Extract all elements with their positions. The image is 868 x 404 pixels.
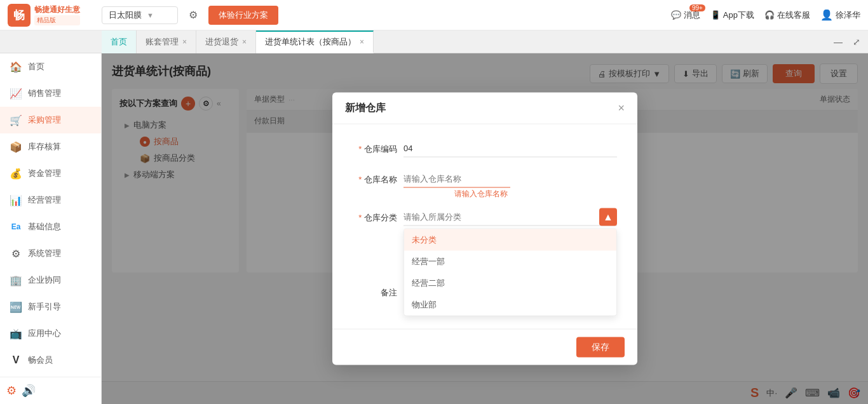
sidebar-item-purchase[interactable]: 🛒 采购管理 [0,107,101,133]
app-download-label: App下载 [723,10,754,21]
finance-icon: 💰 [10,168,22,179]
required-star2: * [358,175,364,184]
purchase-stats-tab-label: 进货单统计表（按商品） [265,36,356,48]
dialog-header: 新增仓库 × [332,93,637,125]
message-item[interactable]: 💬 消息 99+ [671,10,700,21]
username: 徐泽华 [836,10,860,21]
mobile-icon: 📱 [710,10,721,20]
message-badge: 99+ [689,4,705,11]
headset-icon: 🎧 [764,10,775,20]
sidebar-label-purchase: 采购管理 [28,114,61,126]
dropdown-item-unclassified[interactable]: 未分类 [404,229,616,251]
store-selector[interactable]: 日太阳膜 ▼ [102,6,178,24]
sidebar-item-finance[interactable]: 💰 资金管理 [0,160,101,187]
dialog-body: * 仓库编码 * 仓库名称 请输入仓库名称 [332,125,637,329]
warehouse-name-error-msg: 请输入仓库名称 [454,189,508,199]
accounts-tab-close-icon[interactable]: × [182,37,187,46]
sidebar-item-member[interactable]: V 畅会员 [0,347,101,374]
warehouse-code-input[interactable] [403,140,617,158]
sidebar-label-finance: 资金管理 [28,168,61,179]
warehouse-category-label: * 仓库分类 [353,208,403,224]
dropdown-item-ops1[interactable]: 经营一部 [404,251,616,273]
sidebar-label-member: 畅会员 [28,354,53,366]
new-warehouse-dialog: 新增仓库 × * 仓库编码 * 仓库名称 [332,93,637,365]
sidebar-item-system[interactable]: ⚙ 系统管理 [0,240,101,267]
trial-button[interactable]: 体验行业方案 [208,6,278,25]
logo-title: 畅捷通好生意 [34,4,80,15]
tab-home[interactable]: 首页 [102,30,137,53]
user-item[interactable]: 👤 徐泽华 [820,9,860,21]
sidebar-item-home[interactable]: 🏠 首页 [0,53,101,80]
basic-info-icon: Ea [10,221,22,232]
sidebar-item-inventory[interactable]: 📦 库存核算 [0,133,101,160]
tab-expand-icon[interactable]: ⤢ [850,37,863,47]
required-star1: * [358,144,364,154]
user-avatar-icon: 👤 [820,9,833,21]
dropdown-item-property[interactable]: 物业部 [404,294,616,316]
main-layout: 🏠 首页 📈 销售管理 🛒 采购管理 📦 库存核算 💰 资金管理 📊 经营管理 … [0,53,868,404]
member-icon: V [10,354,22,366]
speaker-bottom-icon[interactable]: 🔊 [22,384,36,398]
sales-icon: 📈 [10,88,22,99]
dialog-title: 新增仓库 [345,102,386,115]
app-logo-icon: 畅 [8,4,31,27]
enterprise-icon: 🏢 [10,274,22,286]
tab-minimize-icon[interactable]: — [831,37,845,47]
category-dropdown-toggle[interactable]: ▲ [599,208,617,226]
sidebar-item-sales[interactable]: 📈 销售管理 [0,80,101,107]
purchase-return-tab-close-icon[interactable]: × [242,37,247,46]
home-icon: 🏠 [10,61,22,72]
gear-button[interactable]: ⚙ [183,5,203,25]
operations-icon: 📊 [10,194,22,206]
content-area: 进货单统计(按商品) 🖨 按模板打印 ▼ ⬇ 导出 🔄 刷新 查询 设置 [102,53,868,404]
category-dropdown: 未分类 经营一部 经营二部 物业部 [403,229,617,316]
dialog-footer: 保存 [332,329,637,365]
logo-area: 畅 畅捷通好生意 精品版 [8,4,97,27]
sidebar-label-sales: 销售管理 [28,88,61,99]
warehouse-category-input[interactable] [403,208,617,226]
sidebar-bottom: ⚙ 🔊 [0,377,101,404]
tab-controls: — ⤢ [831,37,868,47]
save-button[interactable]: 保存 [576,337,625,358]
sidebar-item-enterprise[interactable]: 🏢 企业协同 [0,267,101,293]
purchase-stats-tab-close-icon[interactable]: × [360,37,364,46]
message-icon: 💬 [671,10,681,20]
warehouse-name-input[interactable] [403,170,510,188]
warehouse-name-row: * 仓库名称 请输入仓库名称 [353,170,617,188]
warehouse-name-label: * 仓库名称 [353,170,403,185]
tab-purchase-return[interactable]: 进货退货 × [196,30,256,53]
header-right: 💬 消息 99+ 📱 App下载 🎧 在线客服 👤 徐泽华 [671,9,860,21]
notes-label: 备注 [353,283,403,299]
sidebar-label-operations: 经营管理 [28,194,61,206]
warehouse-category-row: * 仓库分类 ▲ 未分类 经营一部 经营二部 物业部 [353,208,617,226]
sidebar-label-basic-info: 基础信息 [28,221,61,232]
tab-bar: 首页 账套管理 × 进货退货 × 进货单统计表（按商品） × — ⤢ [0,30,868,53]
warehouse-code-row: * 仓库编码 [353,140,617,158]
warehouse-category-select-wrap: ▲ 未分类 经营一部 经营二部 物业部 [403,208,617,226]
sidebar-item-basic-info[interactable]: Ea 基础信息 [0,213,101,240]
purchase-icon: 🛒 [10,114,22,126]
warehouse-name-field-wrap: 请输入仓库名称 [403,170,617,188]
sidebar-label-app-center: 应用中心 [28,328,61,339]
online-service-item[interactable]: 🎧 在线客服 [764,10,810,21]
sidebar-item-guide[interactable]: 🆕 新手引导 [0,293,101,320]
system-icon: ⚙ [10,248,22,259]
logo-badge: 精品版 [34,15,80,25]
required-star3: * [358,213,364,222]
settings-bottom-icon[interactable]: ⚙ [6,384,17,398]
tab-purchase-stats[interactable]: 进货单统计表（按商品） × [256,30,374,53]
sidebar: 🏠 首页 📈 销售管理 🛒 采购管理 📦 库存核算 💰 资金管理 📊 经营管理 … [0,53,102,404]
sidebar-label-inventory: 库存核算 [28,141,61,152]
dialog-close-button[interactable]: × [618,102,625,115]
sidebar-item-app-center[interactable]: 📺 应用中心 [0,320,101,347]
guide-icon: 🆕 [10,301,22,313]
sidebar-label-system: 系统管理 [28,248,61,259]
app-download-item[interactable]: 📱 App下载 [710,10,754,21]
home-tab-label: 首页 [111,36,127,48]
tab-accounts[interactable]: 账套管理 × [137,30,196,53]
online-service-label: 在线客服 [777,10,810,21]
sidebar-label-home: 首页 [28,61,44,72]
dropdown-item-ops2[interactable]: 经营二部 [404,273,616,294]
sidebar-item-operations[interactable]: 📊 经营管理 [0,187,101,213]
store-dropdown-arrow: ▼ [147,11,154,19]
